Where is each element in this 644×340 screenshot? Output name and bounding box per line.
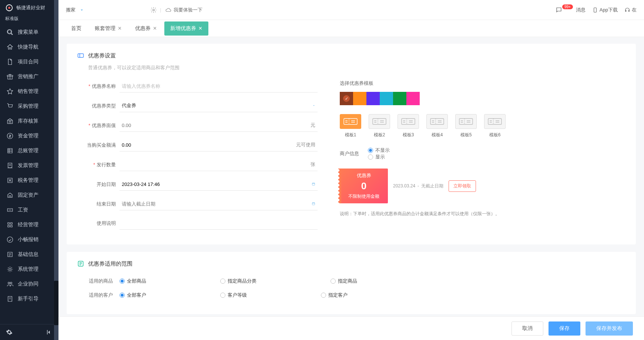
sidebar-item-11[interactable]: 固定资产: [0, 188, 58, 203]
invoice-icon: [7, 162, 13, 169]
preview-claim-button[interactable]: 立即领取: [449, 180, 476, 192]
salary-icon: [7, 207, 13, 213]
doc-icon: [7, 59, 13, 65]
system-icon: [7, 266, 13, 273]
messages-badge: 99+: [562, 4, 573, 9]
topbar: 搬家 | 我要体验一下 99+ 消息 App下载: [58, 0, 644, 20]
collapse-icon[interactable]: [46, 329, 53, 336]
org-name: 搬家: [66, 7, 76, 13]
svg-rect-5: [312, 183, 315, 185]
input-threshold[interactable]: [120, 139, 294, 151]
tab-close-icon[interactable]: ✕: [153, 26, 157, 31]
cloud-icon: [165, 7, 171, 13]
gift-icon: [7, 73, 13, 80]
color-swatch-3[interactable]: [380, 92, 393, 105]
template-3[interactable]: 模板4: [426, 114, 448, 138]
sidebar-item-0[interactable]: 搜索菜单: [0, 25, 58, 40]
app-download-link[interactable]: App下载: [592, 7, 618, 13]
svg-rect-9: [402, 119, 415, 124]
sidebar-item-4[interactable]: 销售管理: [0, 84, 58, 99]
chevron-down-icon: [312, 103, 318, 108]
messages-link[interactable]: 99+ 消息: [556, 7, 586, 13]
support-link[interactable]: 在: [624, 7, 637, 13]
color-swatch-5[interactable]: [406, 92, 420, 105]
template-1[interactable]: 模板2: [369, 114, 390, 138]
scope1-opt-2[interactable]: 指定商品: [331, 278, 357, 284]
chevron-down-icon: [79, 7, 84, 13]
tab-close-icon[interactable]: ✕: [198, 26, 202, 31]
input-coupon-value[interactable]: [120, 119, 308, 131]
label-end-date: 结束日期: [77, 201, 120, 207]
ops-icon: [7, 221, 13, 228]
tab-0[interactable]: 首页: [65, 21, 87, 36]
sidebar-item-16[interactable]: 系统管理: [0, 262, 58, 277]
label-scope-product: 适用的商品: [77, 278, 120, 284]
reimburse-icon: [7, 236, 13, 243]
section-title: 优惠券设置: [88, 52, 116, 59]
sidebar-item-15[interactable]: 基础信息: [0, 247, 58, 262]
sidebar-item-5[interactable]: 采购管理: [0, 99, 58, 114]
input-start-date[interactable]: [120, 178, 312, 190]
sidebar-item-12[interactable]: 工资: [0, 203, 58, 217]
sidebar-item-2[interactable]: 项目合同: [0, 54, 58, 69]
label-coupon-type: 优惠券类型: [77, 103, 120, 109]
sidebar-item-1[interactable]: 快捷导航: [0, 40, 58, 54]
template-5[interactable]: 模板6: [484, 114, 506, 138]
calendar-icon[interactable]: [312, 201, 318, 207]
ticket-icon: [372, 117, 387, 126]
scope2-opt-0[interactable]: 全部客户: [120, 292, 146, 299]
ticket-icon: [343, 117, 358, 126]
sidebar-item-17[interactable]: 企业协同: [0, 277, 58, 291]
sidebar-item-9[interactable]: 发票管理: [0, 158, 58, 173]
experience-link[interactable]: 我要体验一下: [165, 7, 202, 13]
ticket-icon: [487, 117, 502, 126]
scope1-opt-0[interactable]: 全部商品: [120, 278, 146, 284]
color-swatch-4[interactable]: [393, 92, 406, 105]
save-publish-button[interactable]: 保存并发布: [586, 321, 633, 336]
panel-coupon-scope: 优惠券适用的范围 适用的商品 全部商品指定商品分类指定商品 适用的客户 全部客户…: [67, 252, 636, 314]
sidebar-item-10[interactable]: 税务管理: [0, 173, 58, 188]
radio-merchant-1[interactable]: 显示: [368, 154, 390, 160]
sidebar-item-6[interactable]: 库存核算: [0, 114, 58, 129]
color-swatch-2[interactable]: [366, 92, 380, 105]
scope1-opt-1[interactable]: 指定商品分类: [220, 278, 256, 284]
select-coupon-type[interactable]: 代金券: [120, 99, 318, 112]
sidebar-item-13[interactable]: 经营管理: [0, 217, 58, 232]
sidebar-item-7[interactable]: 资金管理: [0, 129, 58, 143]
coupon-icon: [77, 52, 84, 59]
sidebar-scrollbar[interactable]: [54, 0, 58, 340]
color-swatch-0[interactable]: [340, 92, 353, 105]
template-2[interactable]: 模板3: [398, 114, 419, 138]
template-0[interactable]: 模板1: [340, 114, 361, 138]
org-selector[interactable]: 搬家: [66, 7, 147, 13]
sidebar-item-3[interactable]: 营销推广: [0, 69, 58, 84]
input-coupon-name[interactable]: [120, 80, 318, 93]
tab-2[interactable]: 优惠券✕: [129, 21, 163, 36]
scope2-opt-1[interactable]: 客户等级: [220, 292, 247, 299]
cancel-button[interactable]: 取消: [511, 321, 543, 336]
sidebar-item-14[interactable]: 小畅报销: [0, 232, 58, 247]
color-swatch-1[interactable]: [353, 92, 366, 105]
ledger-icon: [7, 147, 13, 154]
sidebar-item-18[interactable]: 新手引导: [0, 291, 58, 306]
sidebar-nav: 搜索菜单快捷导航项目合同营销推广销售管理采购管理库存核算资金管理总账管理发票管理…: [0, 25, 58, 324]
tax-icon: [7, 177, 13, 184]
calendar-icon[interactable]: [312, 181, 318, 187]
label-threshold: 当购买金额满: [77, 142, 120, 149]
scope2-opt-2[interactable]: 指定客户: [321, 292, 348, 299]
tab-close-icon[interactable]: ✕: [118, 26, 122, 31]
input-usage-note[interactable]: [120, 217, 318, 230]
gear-icon[interactable]: [150, 7, 157, 13]
input-quantity[interactable]: [120, 158, 308, 171]
save-button[interactable]: 保存: [549, 321, 580, 336]
guide-icon: [7, 296, 13, 302]
sidebar-item-8[interactable]: 总账管理: [0, 143, 58, 158]
template-4[interactable]: 模板5: [455, 114, 477, 138]
tab-3[interactable]: 新增优惠券✕: [164, 21, 208, 36]
settings-icon[interactable]: [6, 329, 13, 336]
tab-1[interactable]: 账套管理✕: [89, 21, 128, 36]
input-end-date[interactable]: [120, 197, 312, 210]
template-row: 模板1模板2模板3模板4模板5模板6: [340, 114, 625, 138]
color-swatches: [340, 92, 625, 105]
radio-merchant-0[interactable]: 不显示: [368, 147, 390, 154]
